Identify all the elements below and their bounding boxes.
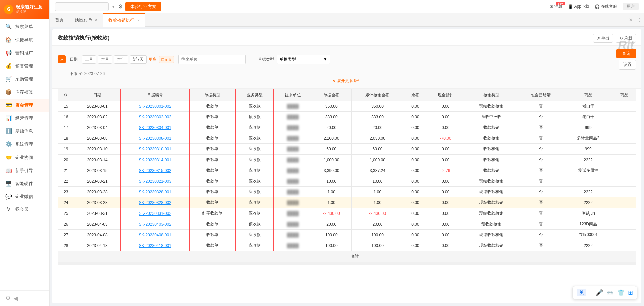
cell-unit: ████ [274,133,312,144]
operation-icon: 📊 [5,115,12,121]
messages-btn[interactable]: ✉ 消息 99+ [550,4,562,9]
sidebar-label-enterprise: 企业协同 [15,155,33,161]
sidebar-item-guide[interactable]: 📖新手引导 [0,164,49,177]
cell-discount: -2.76 [427,165,465,176]
sidebar-item-search[interactable]: 🔍搜索菜单 [0,20,49,33]
sidebar-item-finance[interactable]: 💳资金管理 [0,99,49,112]
sidebar-item-inventory[interactable]: 📦库存核算 [0,85,49,99]
cell-included: 否 [518,155,564,165]
search-input[interactable] [55,2,109,11]
maximize-icon[interactable]: ⛶ [635,17,640,23]
cell-included: 否 [518,187,564,197]
tab-home[interactable]: 首页 [50,13,69,27]
sidebar-item-marketing[interactable]: 📢营销推广 [0,46,49,59]
filter-area: » 日期 上月 本月 本年 近7天 更多 自定义 ... 单据类型 单据类型 [52,46,641,89]
expand-more-btn[interactable]: ∨ 展开更多条件 [333,78,361,84]
sidebar-item-purchase[interactable]: 🛒采购管理 [0,72,49,85]
keyboard-icon[interactable]: ⌨️ [606,289,614,296]
date-btn-last-month[interactable]: 上月 [82,55,96,64]
cell-unit: ████ [274,176,312,187]
setting-button[interactable]: 设置 [619,60,636,70]
cell-amount: 3,390.00 [312,165,351,176]
sidebar-item-wechat[interactable]: 💬企业微信 [0,190,49,203]
page-header: 收款核销执行(按收款) ↗ 导出 ↻ 刷新 [52,29,641,46]
refresh-button[interactable]: ↻ 刷新 [616,34,636,43]
cell-balance: 0.00 [404,176,427,187]
cell-unit: ████ [274,197,312,208]
sidebar-item-operation[interactable]: 📊经营管理 [0,112,49,125]
code-link[interactable]: SK-20230408-001 [139,233,171,237]
code-link[interactable]: SK-20230314-001 [139,158,171,162]
cell-discount: 0.00 [427,187,465,197]
cell-bill-type: 收款单 [190,197,235,208]
sidebar-item-sales[interactable]: 💰销售管理 [0,59,49,72]
cell-discount: -70.00 [427,133,465,144]
cell-no: 15 [58,101,74,112]
code-link[interactable]: SK-20230331-002 [139,211,171,216]
cell-date: 2023-03-21 [74,176,120,187]
cell-product1: 2222 [564,240,613,251]
type-select[interactable]: 单据类型 ▼ [277,55,330,64]
collapse-icon[interactable]: ◀ [13,295,18,302]
sidebar-item-shortcut[interactable]: 🏠快捷导航 [0,33,49,46]
cell-verify-type: 现结收款核销 [465,197,518,208]
cell-biz-type: 应收款 [235,187,274,197]
cell-biz-type: 预收款 [235,112,274,122]
mic-icon[interactable]: 🎤 [596,289,603,296]
cell-date: 2023-03-04 [74,122,120,133]
grid-icon[interactable]: ⊞ [628,289,633,296]
shirt-icon[interactable]: 👕 [617,289,625,296]
footer-label [58,251,74,262]
col-settings-icon[interactable]: ⚙ [58,89,74,101]
code-link[interactable]: SK-20230418-001 [139,243,171,248]
sidebar-item-system[interactable]: ⚙️系统管理 [0,138,49,151]
cell-settled: 20.00 [351,219,404,230]
code-link[interactable]: SK-20230328-001 [139,190,171,194]
expand-more-row: ∨ 展开更多条件 [58,77,636,85]
tab-receipt-close[interactable]: × [137,18,140,23]
sidebar-item-hardware[interactable]: 🖥️智能硬件 [0,177,49,190]
unit-input[interactable] [178,55,246,64]
industry-btn[interactable]: 体验行业方案 [125,2,161,11]
guide-icon: 📖 [5,167,12,174]
cell-unit: ████ [274,101,312,112]
code-link[interactable]: SK-20230315-002 [139,168,171,173]
date-more-link[interactable]: 更多 [149,57,157,62]
table-row: 26 2023-04-03 SK-20230403-002 收款单 预收款 ██… [58,219,636,230]
code-link[interactable]: SK-20230310-001 [139,147,171,151]
gear-icon[interactable]: ⚙ [118,3,123,10]
export-button[interactable]: ↗ 导出 [593,34,613,43]
marketing-icon: 📢 [5,50,12,56]
code-link[interactable]: SK-20230304-001 [139,125,171,130]
code-link[interactable]: SK-20230328-002 [139,200,171,205]
horizontal-scrollbar[interactable] [58,262,636,265]
date-range-display: 不限 至 2023-07-26 [58,71,636,77]
app-download-btn[interactable]: 📱 App下载 [568,4,589,9]
code-link[interactable]: SK-20230308-001 [139,136,171,141]
tab-payable-close[interactable]: × [95,18,97,22]
date-btn-7days[interactable]: 近7天 [130,55,147,64]
code-link[interactable]: SK-20230301-002 [139,104,171,109]
close-all-icon[interactable]: ✕ [629,17,633,23]
query-area: 查询 设置 [616,49,636,70]
col-unit: 往来单位 [274,89,312,101]
sidebar-item-basic[interactable]: ℹ️基础信息 [0,125,49,138]
col-discount: 现金折扣 [427,89,465,101]
code-link[interactable]: SK-20230403-002 [139,222,171,227]
sidebar-item-member[interactable]: V畅会员 [0,203,49,216]
table-row: 18 2023-03-08 SK-20230308-001 收款单 应收款 ██… [58,133,636,144]
tab-payable[interactable]: 预应付单 × [69,13,103,27]
online-service-btn[interactable]: 🎧 在线客服 [595,4,617,9]
cell-biz-type: 应收款 [235,240,274,251]
settings-bottom-icon[interactable]: ⚙ [5,295,11,302]
code-link[interactable]: SK-20230302-002 [139,115,171,119]
code-link[interactable]: SK-20230321-003 [139,179,171,184]
cell-date: 2023-03-28 [74,197,120,208]
date-btn-this-month[interactable]: 本月 [98,55,112,64]
tab-receipt[interactable]: 收款核销执行 × [103,13,145,27]
query-button[interactable]: 查询 [616,49,636,58]
date-btn-this-year[interactable]: 本年 [114,55,128,64]
cell-no: 28 [58,240,74,251]
sidebar-item-enterprise[interactable]: 🤝企业协同 [0,151,49,164]
filter-expand-btn[interactable]: » [58,55,66,63]
